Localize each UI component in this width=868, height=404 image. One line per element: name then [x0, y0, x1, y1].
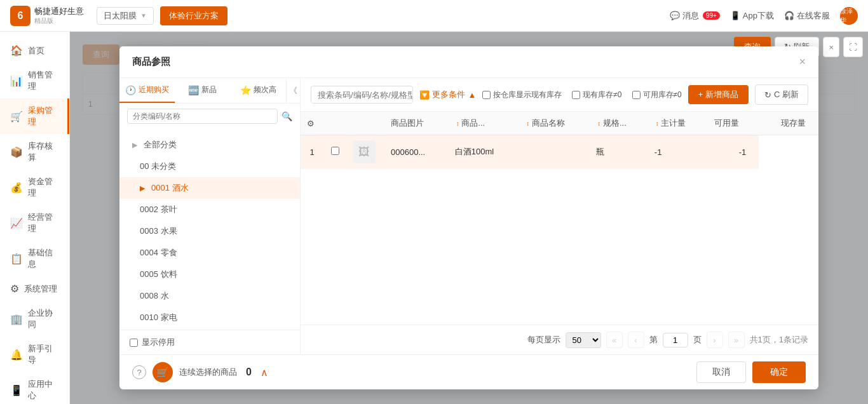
- th-code[interactable]: ↕ 商品...: [449, 112, 519, 135]
- message-icon: 💬: [670, 11, 680, 20]
- show-disabled-checkbox[interactable]: [130, 339, 138, 347]
- sidebar-item-finance[interactable]: 💰 资金管理: [0, 170, 69, 205]
- prev-page-btn[interactable]: ‹: [628, 332, 644, 348]
- main-content: 查询 设置 刷新 序号单据日期单据编号供应商金额状态 1 查询 ↻ 刷新 × ⛶: [70, 32, 868, 404]
- sidebar-item-inventory[interactable]: 📦 库存核算: [0, 134, 69, 170]
- footer-right: 取消 确定: [696, 361, 806, 383]
- category-item-uncat[interactable]: 00 未分类: [119, 156, 300, 177]
- filter-refresh-btn[interactable]: ↻ C 刷新: [755, 84, 808, 105]
- system-icon: ⚙: [10, 283, 19, 295]
- headset-icon: 🎧: [784, 11, 794, 20]
- check-available-stock-item[interactable]: 可用库存≠0: [632, 90, 682, 100]
- new-icon: 🆕: [188, 85, 199, 95]
- expand-icon: ▶: [132, 141, 137, 149]
- category-search-input[interactable]: [127, 109, 278, 124]
- image-icon: 🖼: [358, 145, 370, 159]
- sidebar-item-base-info[interactable]: 📋 基础信息: [0, 241, 69, 276]
- category-list: ▶ 全部分类 00 未分类 ▶ 0001 酒水 0002 茶: [119, 129, 300, 330]
- tab-new[interactable]: 🆕 新品: [175, 78, 230, 103]
- sidebar-item-sales[interactable]: 📊 销售管理: [0, 63, 69, 98]
- collapse-category-btn[interactable]: 《: [286, 78, 300, 103]
- cart-count: 0: [246, 367, 252, 378]
- sidebar-item-purchase[interactable]: 🛒 采购管理: [0, 98, 69, 134]
- show-disabled-row: 显示停用: [119, 330, 300, 354]
- th-available: 可用量: [708, 112, 759, 135]
- check-current-stock[interactable]: [572, 91, 580, 99]
- sidebar-item-enterprise[interactable]: 🏢 企业协同: [0, 301, 69, 337]
- home-icon: 🏠: [10, 44, 23, 57]
- cell-code: 000600...: [384, 135, 449, 169]
- category-search-btn[interactable]: 🔍: [281, 111, 292, 121]
- last-page-btn[interactable]: »: [728, 332, 745, 348]
- check-warehouse[interactable]: [482, 91, 491, 99]
- guide-icon: 🔔: [10, 349, 23, 361]
- cell-unit: 瓶: [590, 135, 648, 169]
- cell-check[interactable]: [323, 135, 346, 169]
- app-download-item[interactable]: 📱 App下载: [730, 10, 774, 22]
- tab-recent[interactable]: 🕐 近期购买: [119, 78, 175, 103]
- cart-btn[interactable]: 🛒: [153, 362, 173, 382]
- page-size-select[interactable]: 50 10 20 100: [566, 332, 601, 348]
- row-checkbox[interactable]: [331, 147, 339, 155]
- sidebar-item-operations[interactable]: 📈 经营管理: [0, 205, 69, 241]
- refresh-icon: ↻: [764, 90, 771, 100]
- help-icon-btn[interactable]: ?: [132, 365, 146, 379]
- product-table-wrap: ⚙ 商品图片 ↕ 商品...: [301, 112, 818, 325]
- category-item-0010[interactable]: 0010 家电: [119, 307, 300, 328]
- table-row[interactable]: 1 🖼: [301, 135, 818, 169]
- main-layout: 🏠 首页 📊 销售管理 🛒 采购管理 📦 库存核算 💰 资金管理 📈 经营管理 …: [0, 32, 868, 404]
- online-service-item[interactable]: 🎧 在线客服: [784, 10, 830, 22]
- company-selector[interactable]: 日太阳膜 ▼: [97, 7, 154, 25]
- sidebar-item-guide[interactable]: 🔔 新手引导: [0, 337, 69, 372]
- nav-right: 💬 消息 99+ 📱 App下载 🎧 在线客服 徐泽华: [670, 7, 858, 25]
- add-product-btn[interactable]: + 新增商品: [688, 85, 749, 104]
- page-label: 第: [649, 334, 658, 346]
- th-spec[interactable]: ↕ 规格...: [590, 112, 648, 135]
- category-item-0003[interactable]: 0003 水果: [119, 220, 300, 242]
- modal-header: 商品参照 ×: [119, 46, 818, 78]
- app-center-icon: 📱: [10, 384, 23, 396]
- check-warehouse-item[interactable]: 按仓库显示现有库存: [482, 90, 562, 100]
- clock-icon: 🕐: [125, 85, 136, 95]
- product-reference-modal: 商品参照 × 🕐 近期购买 🆕: [119, 46, 818, 389]
- category-item-all[interactable]: ▶ 全部分类: [119, 134, 300, 156]
- product-search-input[interactable]: [311, 87, 413, 103]
- product-panel: 🔍 🔽 更多条件 ▲ 按仓库显示现有库存: [301, 78, 818, 354]
- logo-text: 畅捷通好生意 精品版: [34, 6, 84, 25]
- sort-icon: ↕: [456, 120, 459, 127]
- th-unit[interactable]: ↕ 主计量: [648, 112, 708, 135]
- category-item-0002[interactable]: 0002 茶叶: [119, 199, 300, 220]
- category-item-0005[interactable]: 0005 饮料: [119, 264, 300, 285]
- user-profile[interactable]: 徐泽华: [840, 7, 858, 25]
- filter-bar: 🔍 🔽 更多条件 ▲ 按仓库显示现有库存: [301, 78, 818, 112]
- category-panel: 🕐 近期购买 🆕 新品 ⭐ 频次高: [119, 78, 301, 354]
- more-filters-btn[interactable]: 🔽 更多条件 ▲: [419, 89, 476, 100]
- check-available-stock[interactable]: [632, 91, 641, 99]
- page-number-input[interactable]: [663, 333, 688, 347]
- cell-stock: -1: [708, 135, 759, 169]
- category-item-0008[interactable]: 0008 水: [119, 285, 300, 307]
- tab-frequent[interactable]: ⭐ 频次高: [231, 78, 286, 103]
- th-name[interactable]: ↕ 商品名称: [519, 112, 590, 135]
- cancel-btn[interactable]: 取消: [696, 361, 746, 383]
- experience-btn[interactable]: 体验行业方案: [160, 6, 227, 25]
- filter-checkboxes: 按仓库显示现有库存 现有库存≠0 可用库存≠0: [482, 90, 682, 100]
- check-current-stock-item[interactable]: 现有库存≠0: [572, 90, 621, 100]
- first-page-btn[interactable]: «: [606, 332, 623, 348]
- category-item-0004[interactable]: 0004 零食: [119, 242, 300, 264]
- cell-name: 白酒100ml: [449, 135, 519, 169]
- collapse-footer-btn[interactable]: ∧: [261, 367, 268, 379]
- chevron-down-icon: ▼: [140, 12, 147, 19]
- category-search-row: 🔍: [119, 104, 300, 129]
- confirm-btn[interactable]: 确定: [752, 361, 806, 383]
- message-item[interactable]: 💬 消息 99+: [670, 10, 720, 22]
- sidebar-item-app-center[interactable]: 📱 应用中心: [0, 372, 69, 404]
- th-settings[interactable]: ⚙: [301, 112, 323, 135]
- modal-close-btn[interactable]: ×: [799, 55, 806, 69]
- continuous-label: 连续选择的商品: [179, 367, 237, 378]
- sidebar-item-system[interactable]: ⚙ 系统管理: [0, 276, 69, 301]
- next-page-btn[interactable]: ›: [707, 332, 723, 348]
- category-item-0001[interactable]: ▶ 0001 酒水: [119, 177, 300, 199]
- footer-left: ? 🛒 连续选择的商品 0 ∧: [132, 362, 690, 382]
- sidebar-item-home[interactable]: 🏠 首页: [0, 38, 69, 63]
